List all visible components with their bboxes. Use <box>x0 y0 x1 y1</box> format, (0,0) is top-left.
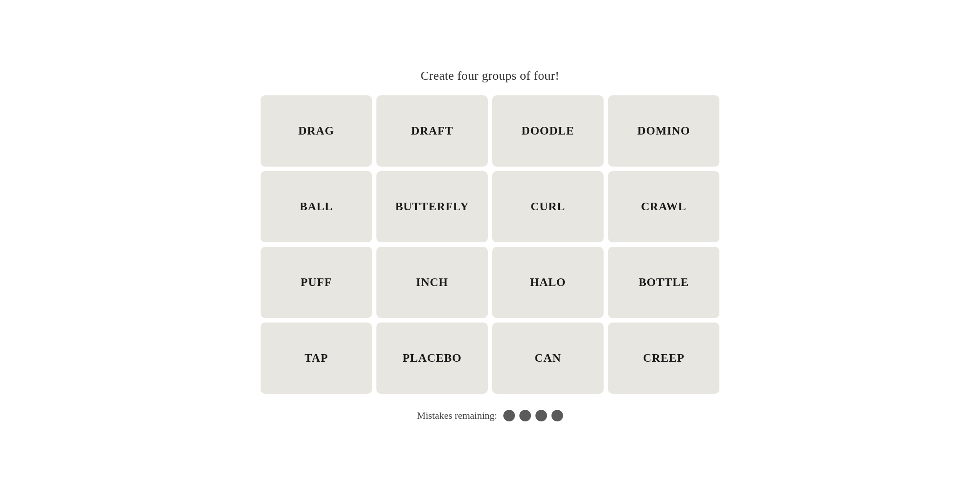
tile-label-puff: PUFF <box>301 276 332 289</box>
mistakes-dots <box>503 410 563 421</box>
tile-label-creep: CREEP <box>643 351 684 365</box>
tile-crawl[interactable]: CRAWL <box>608 171 719 242</box>
tile-can[interactable]: CAN <box>492 323 604 394</box>
mistake-dot-3 <box>535 410 547 421</box>
tile-bottle[interactable]: BOTTLE <box>608 247 719 318</box>
tile-label-halo: HALO <box>530 276 566 289</box>
game-subtitle: Create four groups of four! <box>421 69 559 83</box>
tile-label-butterfly: BUTTERFLY <box>395 200 469 213</box>
mistake-dot-2 <box>519 410 531 421</box>
tile-creep[interactable]: CREEP <box>608 323 719 394</box>
tile-puff[interactable]: PUFF <box>261 247 372 318</box>
tile-grid: DRAGDRAFTDOODLEDOMINOBALLBUTTERFLYCURLCR… <box>261 95 719 394</box>
game-container: Create four groups of four! DRAGDRAFTDOO… <box>243 51 737 439</box>
tile-placebo[interactable]: PLACEBO <box>376 323 488 394</box>
tile-inch[interactable]: INCH <box>376 247 488 318</box>
tile-label-draft: DRAFT <box>411 124 453 138</box>
tile-ball[interactable]: BALL <box>261 171 372 242</box>
tile-label-can: CAN <box>535 351 561 365</box>
tile-tap[interactable]: TAP <box>261 323 372 394</box>
tile-label-drag: DRAG <box>298 124 335 138</box>
tile-label-placebo: PLACEBO <box>403 351 462 365</box>
tile-domino[interactable]: DOMINO <box>608 95 719 167</box>
tile-label-ball: BALL <box>300 200 333 213</box>
mistake-dot-1 <box>503 410 515 421</box>
tile-drag[interactable]: DRAG <box>261 95 372 167</box>
tile-label-domino: DOMINO <box>637 124 690 138</box>
tile-label-inch: INCH <box>416 276 448 289</box>
tile-doodle[interactable]: DOODLE <box>492 95 604 167</box>
mistake-dot-4 <box>551 410 563 421</box>
tile-curl[interactable]: CURL <box>492 171 604 242</box>
tile-butterfly[interactable]: BUTTERFLY <box>376 171 488 242</box>
tile-label-doodle: DOODLE <box>522 124 575 138</box>
tile-label-curl: CURL <box>531 200 565 213</box>
mistakes-row: Mistakes remaining: <box>417 410 563 421</box>
tile-halo[interactable]: HALO <box>492 247 604 318</box>
tile-draft[interactable]: DRAFT <box>376 95 488 167</box>
tile-label-tap: TAP <box>304 351 328 365</box>
tile-label-bottle: BOTTLE <box>639 276 689 289</box>
mistakes-label: Mistakes remaining: <box>417 410 497 421</box>
tile-label-crawl: CRAWL <box>641 200 686 213</box>
